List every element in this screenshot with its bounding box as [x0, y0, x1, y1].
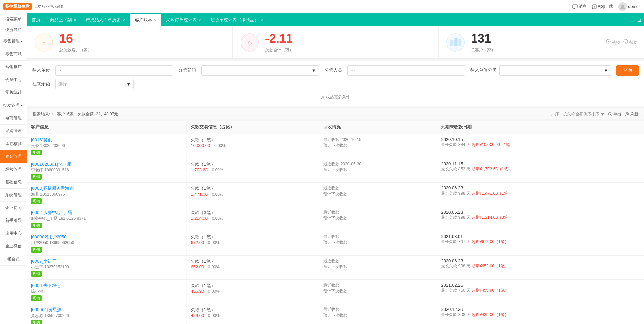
- sidebar-item-wechat[interactable]: 企业微信: [0, 240, 27, 253]
- video-button[interactable]: 视频: [606, 39, 620, 46]
- sidebar-item-member-center[interactable]: 会员中心: [0, 73, 27, 86]
- tab-customer-account[interactable]: 客户账本 ✕: [130, 14, 161, 26]
- dept-label: 分管部门: [178, 67, 199, 73]
- filter-row-2: 往来余额 选择... ▼: [32, 79, 134, 89]
- sidebar-item-guide[interactable]: 新手引导: [0, 214, 27, 227]
- debt-count: 欠款（1笔）: [191, 283, 215, 288]
- customer-name-link[interactable]: [0007]小迸干: [31, 259, 56, 264]
- summary-actions: 视频 ? 帮助: [606, 39, 637, 46]
- customer-name-link[interactable]: [000001]黄思源: [31, 307, 61, 312]
- tab-minimize-icon[interactable]: ─: [632, 17, 635, 23]
- person-input[interactable]: ···: [347, 65, 465, 76]
- debt-amount: 1,214.00: [191, 216, 208, 221]
- tab-purchase-stats[interactable]: 进货单统计表（按商品） ✕: [206, 14, 268, 26]
- tab-close-icon[interactable]: ✕: [198, 18, 201, 22]
- sidebar-item-member[interactable]: 畅会员: [0, 253, 27, 266]
- tab-close-icon[interactable]: ✕: [260, 18, 263, 22]
- debt-pct: 0.00%: [212, 168, 223, 172]
- sidebar-item-marketing[interactable]: 营销推广: [0, 61, 27, 73]
- export-button[interactable]: 导出: [608, 111, 621, 117]
- sidebar-item-inventory[interactable]: 库存核算: [0, 138, 27, 150]
- table-row: [0006]去下粮仓 陈小希 现销 欠款（1笔） 455.90 0.00% 最近…: [27, 280, 644, 304]
- overdue-amount-link[interactable]: 超期¥1,214.00（3笔）: [472, 215, 512, 220]
- total-info: 131 总客户（家）: [471, 32, 495, 53]
- dept-arrow: ▼: [312, 68, 316, 73]
- svg-rect-0: [572, 5, 577, 8]
- sidebar-item-basic-info[interactable]: 基础信息: [0, 176, 27, 189]
- customer-name-link[interactable]: [0006]去下粮仓: [31, 283, 61, 288]
- balance-select[interactable]: 选择... ▼: [55, 79, 134, 89]
- table-row: [000002]用户2050 用户2050 18665062050 现销 欠款（…: [27, 231, 644, 256]
- sidebar-item-retail-stats[interactable]: 零售统计: [0, 86, 27, 99]
- customer-phone: 用户2050 18665062050: [31, 240, 74, 245]
- customer-name-link[interactable]: [0002]服务中心_丁磊: [31, 210, 72, 215]
- total-customers: 131: [471, 32, 495, 46]
- sidebar-quick-nav[interactable]: 快捷导航: [0, 25, 27, 35]
- message-button[interactable]: 消息: [572, 4, 587, 9]
- sidebar-item-retail-mgmt[interactable]: 零售管理 ▲: [0, 35, 27, 48]
- results-summary: 搜索结果中，客户16家 欠款金额 -21,148.07元: [33, 111, 118, 117]
- td-customer-info: [0001020001]李老师 李老师 18600391516 现销: [27, 158, 187, 183]
- td-recovery: 最近收款 预计下次收款: [319, 207, 437, 231]
- debt-count: 欠款（1笔）: [191, 234, 215, 239]
- category-select[interactable]: ▼: [499, 65, 611, 76]
- customer-type-badge: 现销: [31, 150, 42, 155]
- company-input[interactable]: ···: [55, 65, 173, 76]
- demo-selector[interactable]: 母婴行业演示账套: [34, 4, 64, 9]
- refresh-button[interactable]: 刷新: [625, 111, 638, 117]
- app-download-button[interactable]: App下载: [592, 4, 613, 9]
- overdue-amount-link[interactable]: 超期¥672.00（1笔）: [472, 239, 509, 244]
- sidebar-item-wholesale[interactable]: 批发管理 ▼: [0, 99, 27, 112]
- sidebar-item-retail-mall[interactable]: 零售商城: [0, 48, 27, 61]
- help-button[interactable]: ? 帮助: [623, 39, 637, 46]
- query-button[interactable]: 查询: [616, 65, 639, 76]
- td-due-date: 2020.12.30 最长欠款 808 天 超期¥429.00（1笔）: [437, 304, 644, 324]
- sidebar-item-system[interactable]: 系统管理: [0, 189, 27, 202]
- tab-product-list[interactable]: 商品上下架 ✕: [45, 14, 81, 26]
- customer-type-badge: 现销: [31, 271, 42, 277]
- td-debt-info: 欠款（1笔） 1,471.00 0.00%: [187, 183, 319, 207]
- debt-pct: 0.00%: [208, 313, 220, 318]
- tab-close-icon[interactable]: ✕: [74, 18, 76, 22]
- td-recovery: 最近收款 2020-06-30 预计下次收款: [319, 158, 437, 183]
- tab-home[interactable]: 首页: [27, 14, 45, 26]
- dept-select[interactable]: ▼: [201, 65, 319, 76]
- user-avatar[interactable]: demo2: [618, 2, 641, 11]
- overdue-amount-link[interactable]: 超期¥429.00（1笔）: [472, 312, 509, 317]
- customer-phone: 吴俊 13026203696: [31, 143, 65, 148]
- table-row: [0016]吴俊 吴俊 13026203696 现销 欠款（1笔） 10,000…: [27, 134, 644, 158]
- sidebar-item-capital[interactable]: 资金管理: [0, 150, 27, 163]
- td-due-date: 2021.02.26 最长欠款 750 天 超期¥455.90（1笔）: [437, 280, 644, 304]
- sort-selector[interactable]: 排序：按欠款金额倒序排序 ▼: [551, 111, 605, 117]
- overdue-amount-link[interactable]: 超期¥455.90（1笔）: [472, 288, 509, 293]
- customer-name-link[interactable]: [0016]吴俊: [31, 137, 52, 142]
- sidebar-item-enterprise[interactable]: 企业协同: [0, 202, 27, 214]
- overdue-amount-link[interactable]: 超期¥652.00（1笔）: [472, 264, 509, 268]
- filter-area: 往来单位 ··· 分管部门 ▼: [27, 61, 644, 106]
- tab-close-icon[interactable]: ✕: [154, 18, 157, 22]
- debt-pct: 0.00%: [208, 240, 220, 245]
- summary-row: ¥ 16 总欠款客户（家） ◇: [27, 26, 644, 59]
- td-debt-info: 欠款（1笔） 652.00 0.00%: [187, 256, 319, 280]
- balance-label: 往来余额: [32, 81, 53, 87]
- sidebar-item-app-center[interactable]: 应用中心: [0, 227, 27, 240]
- svg-rect-10: [458, 38, 461, 46]
- customer-name-link[interactable]: [000002]用户2050: [31, 234, 67, 239]
- customer-name-link[interactable]: [0001020001]李老师: [31, 161, 71, 167]
- tab-close-icon[interactable]: ✕: [122, 18, 125, 22]
- overdue-amount-link[interactable]: 超期¥1,471.00（1笔）: [472, 191, 512, 196]
- sidebar-search[interactable]: 搜索菜单: [0, 13, 27, 25]
- results-bar: 搜索结果中，客户16家 欠款金额 -21,148.07元 排序：按欠款金额倒序排…: [27, 109, 644, 119]
- overdue-amount-link[interactable]: 超期¥10,000.00（1笔）: [472, 142, 514, 147]
- sidebar-item-purchase[interactable]: 采购管理: [0, 125, 27, 138]
- tab-maximize-icon[interactable]: ⊡: [637, 17, 641, 23]
- top-bar: 畅捷通好生意 母婴行业演示账套 消息 App下载 demo2: [0, 0, 644, 13]
- overdue-amount-link[interactable]: 超期¥1,703.68（1笔）: [472, 167, 512, 171]
- tab-production-history[interactable]: 产成品入库单历史 ✕: [81, 14, 130, 26]
- customer-name-link[interactable]: [0003]畅捷服务尹海燕: [31, 186, 74, 191]
- collapse-button[interactable]: ⋀ 收起更多条件: [319, 92, 352, 102]
- tab-purchase-order-stats[interactable]: 采购订单统计表 ✕: [161, 14, 206, 26]
- overdue-days: 最长欠款 998 天: [441, 215, 470, 220]
- sidebar-item-ecommerce[interactable]: 电商管理: [0, 112, 27, 125]
- sidebar-item-operations[interactable]: 经营管理: [0, 163, 27, 176]
